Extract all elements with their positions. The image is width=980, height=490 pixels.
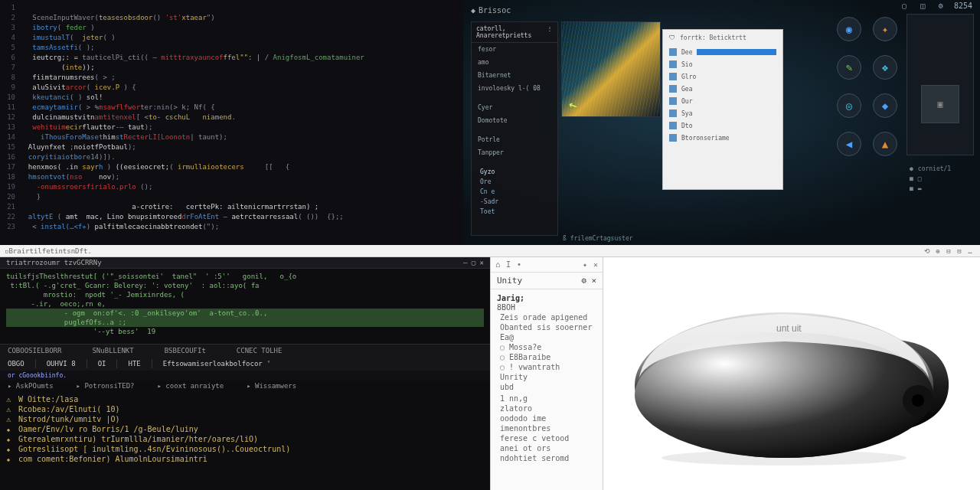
console-log[interactable]: ⚠W Oitte:/lasa⚠Rcobea:/av/Elnuti( 10)⚠Ns… — [0, 391, 490, 467]
log-line[interactable]: ⚠Nstrod/tunk/umnitv |O) — [3, 414, 487, 424]
sidebar-item[interactable]: Domotote — [472, 114, 557, 127]
log-line[interactable]: ⬥Gotresliisopt [ inultmling..4sn/Evinino… — [3, 444, 487, 454]
build-target[interactable]: ▸ PotronsiTED? — [77, 382, 135, 390]
scene-viewport[interactable]: ↖ — [561, 21, 661, 117]
settings-row[interactable]: Gea — [663, 83, 782, 95]
toolbar-item[interactable]: COBOOSIELBORR — [8, 347, 61, 354]
list-item[interactable]: ferese c vetood — [497, 433, 596, 443]
list-item[interactable]: Unrity — [497, 372, 596, 382]
sidebar-item[interactable]: amo — [472, 56, 557, 69]
log-line[interactable]: ⚠W Oitte:/lasa — [3, 394, 487, 404]
log-line[interactable]: ⬥Gterealemrxntiru) trIurmllla/imanier/ht… — [3, 434, 487, 444]
close-icon[interactable]: × — [591, 276, 596, 286]
maximize-icon[interactable]: ⊡ — [954, 247, 965, 255]
sidebar-item[interactable]: Potrle — [472, 133, 557, 146]
home-icon[interactable]: ⌂ — [495, 260, 500, 269]
settings-row[interactable]: Our — [663, 95, 782, 107]
shield-icon: 🛡 — [669, 34, 675, 41]
toolbar-item[interactable]: OI — [98, 360, 106, 368]
toolbar-item[interactable]: CCNEC TOLHE — [237, 347, 283, 354]
tool-button[interactable]: ◆ — [873, 93, 897, 118]
minimize-icon[interactable]: ⊟ — [943, 247, 954, 255]
svg-point-4 — [662, 450, 906, 466]
tool-button[interactable]: ◀ — [837, 132, 861, 156]
tool-button[interactable]: ❖ — [873, 55, 897, 80]
sidebar-item[interactable]: Tanpper — [472, 146, 557, 159]
sidebar-item[interactable]: Bitaernet — [472, 69, 557, 82]
log-line[interactable]: ⬥Oamer/Env/lv ro Borris/1 /g-Beule/luiny — [3, 424, 487, 434]
list-item[interactable]: ubd — [497, 382, 596, 392]
tool-button[interactable]: ▲ — [873, 132, 897, 156]
settings-row[interactable]: Btoronseriame — [663, 132, 782, 144]
toolbar-item[interactable]: HTE — [128, 360, 140, 368]
toolbar-item[interactable]: SNuBLLENKT — [92, 347, 133, 354]
tab-label[interactable]: BrairtilfetintsnDft. — [8, 247, 91, 255]
unity-title-bar: Unity ⚙ × — [491, 273, 603, 289]
terminal-area: triatrrozoumr tzvGCRRNy— ▢ ✕ tuilsfjsThe… — [0, 257, 490, 490]
toolbar-item[interactable]: BSBECOUFIt — [165, 347, 206, 354]
close-icon[interactable]: ✕ — [593, 260, 598, 269]
radio-option[interactable]: ! vwantrath — [497, 362, 596, 372]
toolbar-item[interactable]: OBGO — [8, 360, 24, 368]
warn-icon: ⬥ — [3, 425, 14, 433]
build-targets: ▸ AskPOumts▸ PotronsiTED?▸ cooxt anraiyt… — [0, 381, 490, 391]
radio-option[interactable]: Mossa?e — [497, 342, 596, 352]
settings-row[interactable]: Sya — [663, 107, 782, 119]
sidebar-item[interactable]: involoesky l-( 08 — [472, 82, 557, 95]
warn-icon: ⚠ — [3, 395, 14, 403]
close-icon[interactable]: ⋮ — [547, 25, 553, 39]
tray-icon[interactable]: ◫ — [917, 2, 928, 12]
warn-icon: ⬥ — [3, 445, 14, 453]
build-target[interactable]: ▸ cooxt anraiyte — [157, 382, 224, 390]
build-target[interactable]: ▸ AskPOumts — [8, 382, 54, 390]
sidebar-item[interactable]: Cyer — [472, 101, 557, 114]
side-bottom-list: ●corniet/1 ■□ ■▬ — [906, 164, 974, 194]
section-heading: Jarig; — [497, 294, 596, 302]
toolbar-item[interactable]: Eftsowamiserloakbolfocor ' — [163, 360, 271, 368]
radio-option[interactable]: E8Baraibe — [497, 352, 596, 362]
tray-icon[interactable]: ▢ — [899, 2, 910, 12]
settings-title: 🛡 forrtk: Beticktrtt — [663, 30, 782, 46]
terminal-output[interactable]: tuilsfjsTheslthrestut[ ('"_soissontei' t… — [0, 269, 490, 344]
star-icon[interactable]: ✦ — [583, 260, 587, 269]
sub-heading: 8BOH — [497, 303, 596, 312]
toolbar-secondary: OBGOOUHVI 8OIHTEEftsowamiserloakbolfocor… — [0, 357, 490, 371]
log-line[interactable]: ⚠Rcobea:/av/Elnuti( 10) — [3, 404, 487, 414]
dot-icon: • — [517, 260, 521, 269]
log-line[interactable]: ⬥com coment:Befonier) AlumolnLoursimaint… — [3, 454, 487, 464]
toolbar: COBOOSIELBORRSNuBLLENKTBSBECOUFItCCNEC T… — [0, 344, 490, 357]
unity-panel: ⌂ I • ✦ ✕ Unity ⚙ × Jarig; 8BOH Zeis ora… — [490, 257, 603, 490]
tool-button[interactable]: ✎ — [837, 55, 861, 80]
settings-row[interactable]: Sio — [663, 58, 782, 70]
breadcrumb: or cGoookbiinfo. — [0, 371, 490, 381]
tool-button[interactable]: ✦ — [873, 17, 897, 41]
list-item[interactable]: ndohtiet seromd — [497, 453, 596, 463]
desktop-preview: ◆ Brissoc ▢ ◫ ⚙ 8254 catorll, Anareretpr… — [463, 0, 980, 245]
gear-icon[interactable]: ⚙ — [581, 276, 586, 286]
list-item[interactable]: anei ot ors — [497, 443, 596, 453]
more-icon[interactable]: … — [965, 247, 975, 255]
code-editor[interactable]: 1 2 SceneInputWaver(teasesobsdoor() 'st'… — [0, 0, 463, 245]
settings-row[interactable]: Glro — [663, 70, 782, 83]
info-icon[interactable]: I — [506, 260, 511, 269]
status-text: ß frilemCrtagsuster — [563, 235, 633, 242]
list-item[interactable]: imenontbres — [497, 423, 596, 433]
sidebar-item[interactable] — [472, 95, 557, 101]
list-item[interactable]: 1 nn,g — [497, 394, 596, 403]
tool-button[interactable]: ◉ — [837, 17, 861, 41]
toolbar-item[interactable]: OUHVI 8 — [47, 360, 76, 368]
tool-button[interactable]: ◎ — [837, 93, 861, 118]
add-icon[interactable]: ⊕ — [933, 247, 943, 255]
sidebar-item[interactable]: fesor — [472, 43, 557, 56]
terminal-tab[interactable]: triatrrozoumr tzvGCRRNy— ▢ ✕ — [0, 257, 490, 269]
sidebar-item[interactable] — [472, 127, 557, 133]
refresh-icon[interactable]: ⟲ — [922, 247, 933, 255]
list-item[interactable]: oododo ime — [497, 413, 596, 423]
image-icon[interactable]: ▣ — [921, 85, 959, 123]
settings-row[interactable]: Dto — [663, 119, 782, 132]
vr-headset-image: unt uit — [603, 257, 980, 490]
list-item[interactable]: zlatoro — [497, 403, 596, 413]
build-target[interactable]: ▸ Wissamwers — [247, 382, 296, 390]
tray-icon[interactable]: ⚙ — [936, 2, 946, 12]
window-controls[interactable]: — ▢ ✕ — [463, 259, 484, 266]
